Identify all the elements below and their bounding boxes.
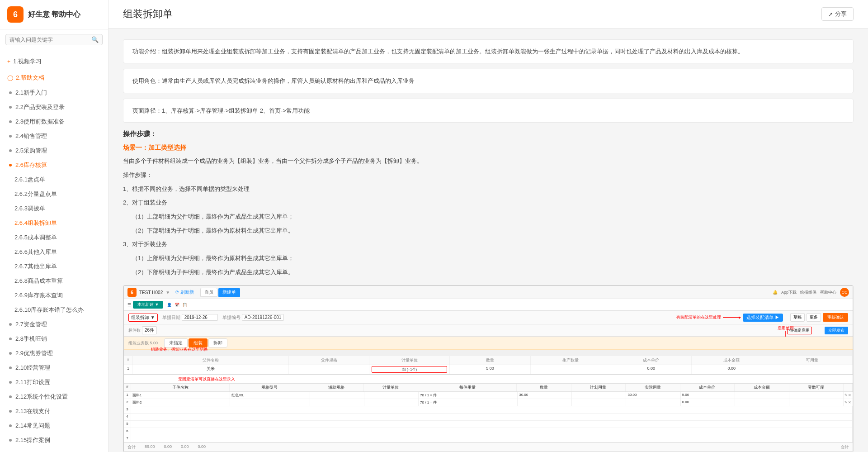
ss-field-doctype: 组装拆卸 ▼ [128,314,158,322]
dot-icon [9,164,12,167]
ss-more-btn[interactable]: 更多 [807,313,821,322]
table-row: 5 [124,421,853,428]
sidebar-item-s264[interactable]: 2.6.4组装拆卸单 [0,216,108,230]
ss-row-edit[interactable]: ✎ [844,400,848,404]
sidebar-item-g29[interactable]: 2.9优惠券管理 [0,346,108,361]
ss-type-assembly[interactable]: 组装 [189,338,208,347]
plus-icon: + [7,58,10,65]
ss-draft-btn[interactable]: 草稿 [790,313,805,322]
ss-type-disassembly[interactable]: 拆卸 [208,338,227,347]
dot-icon [9,395,12,398]
ss-nav-tabs: 自员 新建单 [200,288,240,297]
sidebar-item-s265[interactable]: 2.6.5成本调整单 [0,230,108,245]
ss-confirm-btn[interactable]: 审核确认 [823,313,848,322]
ss-header-btns: 草稿 更多 审核确认 [790,313,848,322]
sidebar-item-g24[interactable]: 2.4销售管理 [0,129,108,143]
sidebar-item-docs[interactable]: ◯ 2.帮助文档 [0,70,108,86]
sidebar-item-s266[interactable]: 2.6.6其他入库单 [0,245,108,259]
sidebar-item-videos[interactable]: + 1.视频学习 [0,54,108,69]
ss-header-row2: 标件数 26件 启用处理 待确定启用 立即发布 [124,324,853,337]
ss-docno-value: AD-20191226-001 [242,314,284,321]
table-row: 1 面料1 红色/XL 70 / 1 = 件 30.00 30.00 9.00 [124,392,853,399]
sidebar-item-g22[interactable]: 2.2产品安装及登录 [0,100,108,114]
ss-select-assembly-btn[interactable]: 选择装配清单 ▶ [743,314,783,322]
sidebar-item-g27[interactable]: 2.7资金管理 [0,317,108,332]
sidebar-item-s261[interactable]: 2.6.1盘点单 [0,172,108,187]
share-button[interactable]: ➚ 分享 [821,7,854,21]
ss-count-value[interactable]: 26件 [142,326,157,334]
ss-logo: 6 [127,288,137,297]
ss-tab-xinjian[interactable]: 新建单 [218,288,240,297]
page-header: 组装拆卸单 ➚ 分享 [108,0,868,29]
ss-row-delete[interactable]: ✕ [848,400,851,404]
search-box[interactable]: 🔍 [5,34,103,45]
dot-icon [9,410,12,413]
intro-block-1: 功能介绍：组装拆卸单用来处理企业组装或拆卸等加工业务，支持有固定装配清单的产品加… [123,39,854,63]
page-title: 组装拆卸单 [123,7,173,21]
nav-group-1: + 1.视频学习 [0,54,108,69]
search-input[interactable] [9,37,91,43]
sidebar-item-g25[interactable]: 2.5采购管理 [0,143,108,158]
ss-type-unspecified[interactable]: 未指定 [164,338,188,347]
sidebar-item-s269[interactable]: 2.6.9库存账本查询 [0,288,108,303]
ss-annotation-area1: 有装配清单的在这里处理 选择装配清单 ▶ [676,314,783,322]
sidebar-item-s262[interactable]: 2.6.2分量盘点单 [0,187,108,201]
ss-date-value[interactable]: 2019-12-26 [182,314,218,321]
sidebar-item-g210[interactable]: 2.10经营管理 [0,361,108,375]
ss-doctype-value[interactable]: 组装拆卸 ▼ [128,314,158,322]
step2: 2、对于组装业务 [123,197,854,209]
sidebar-item-g28[interactable]: 2.8手机旺铺 [0,332,108,346]
ss-tab-ziyuan[interactable]: 自员 [200,288,217,297]
sidebar-item-g21[interactable]: 2.1新手入门 [0,86,108,100]
dot-icon [9,149,12,152]
main-content: 组装拆卸单 ➚ 分享 功能介绍：组装拆卸单用来处理企业组装或拆卸等加工业务，支持… [108,0,868,452]
dot-icon [9,120,12,123]
ss-subnav: ☰ 本地新建 ▼ 👤 📅 📋 [124,299,853,311]
dot-icon [9,338,12,340]
ss-refresh: ⟳ 刷新新 [175,289,194,295]
ss-field-docno: 单据编号 AD-20191226-001 [222,314,284,321]
ss-table2: # 子件名称 规格型号 辅助规格 计量单位 每件用量 数量 计划用量 实际用量 … [124,383,853,442]
sidebar-item-g211[interactable]: 2.11打印设置 [0,375,108,390]
step2-1: （1）上部明细为父件明细，最终作为产成品生成其它入库单； [132,211,854,223]
ss-apply-btn[interactable]: 立即发布 [825,327,848,334]
sidebar-item-g212[interactable]: 2.12系统个性化设置 [0,390,108,404]
ss-row-edit[interactable]: ✎ [844,393,848,397]
ss-type-area: 组装业务数 5.00 未指定 组装 拆卸 组装业务、拆卸业务在这里切换 [124,337,853,356]
dot-icon [9,381,12,384]
sidebar-item-g213[interactable]: 2.13在线支付 [0,404,108,419]
sidebar-item-s2610[interactable]: 2.6.10库存账本错了怎么办 [0,303,108,317]
ss-field-date: 单据日期 2019-12-26 [162,314,218,321]
ss-table2-header: # 子件名称 规格型号 辅助规格 计量单位 每件用量 数量 计划用量 实际用量 … [124,383,853,392]
table-row: 4 [124,414,853,421]
logo-icon: 6 [7,6,24,23]
ss-type-row: 组装业务数 5.00 未指定 组装 拆卸 [124,337,853,350]
dot-icon [9,352,12,355]
screenshot: 6 TEST-H002 ▼ ⟳ 刷新新 自员 新建单 🔔 App下载 给招维保 … [123,285,853,452]
nav-sub-items-2: 2.1新手入门 2.2产品安装及登录 2.3使用前数据准备 2.4销售管理 2.… [0,86,108,447]
sidebar-item-s268[interactable]: 2.6.8商品成本重算 [0,274,108,288]
ss-table1-header: # 父件名称 父件规格 计量单位 数量 生产数量 成本单价 成本金额 可用量 [124,356,853,365]
ss-row-delete[interactable]: ✕ [848,393,851,397]
screenshot-container: 6 TEST-H002 ▼ ⟳ 刷新新 自员 新建单 🔔 App下载 给招维保 … [123,285,854,452]
ss-tab-new[interactable]: 本地新建 ▼ [133,301,163,309]
sidebar-header: 6 好生意 帮助中心 [0,0,108,29]
ss-action-tabs: 本地新建 ▼ [133,301,163,309]
ss-table1: # 父件名称 父件规格 计量单位 数量 生产数量 成本单价 成本金额 可用量 1… [124,356,853,375]
sidebar-item-s267[interactable]: 2.6.7其他出库单 [0,259,108,274]
group-2-label: 2.帮助文档 [16,74,44,82]
sidebar-nav: + 1.视频学习 ◯ 2.帮助文档 2.1新手入门 2.2产品安装及登录 [0,50,108,452]
ss-footer: 合计 89.00 0.00 0.00 0.00 合计 [124,442,853,452]
intro-block-2: 使用角色：通常由生产人员或库管人员完成拆装业务的操作，库管人员确认原材料的出库和… [123,69,854,93]
steps-title: 操作步骤： [123,130,854,138]
group-1-label: 1.视频学习 [13,57,42,66]
search-icon[interactable]: 🔍 [91,36,99,43]
sidebar-item-g214[interactable]: 2.14常见问题 [0,419,108,433]
ss-avatar: CC [840,288,849,297]
sidebar-item-g26[interactable]: 2.6库存核算 [0,158,108,172]
sidebar-item-g23[interactable]: 2.3使用前数据准备 [0,114,108,129]
sidebar-item-g215[interactable]: 2.15操作案例 [0,433,108,447]
ss-unit-input[interactable]: 组 (=1个) [372,366,447,373]
sidebar-item-s263[interactable]: 2.6.3调拨单 [0,201,108,216]
content-area: 功能介绍：组装拆卸单用来处理企业组装或拆卸等加工业务，支持有固定装配清单的产品加… [108,29,868,452]
